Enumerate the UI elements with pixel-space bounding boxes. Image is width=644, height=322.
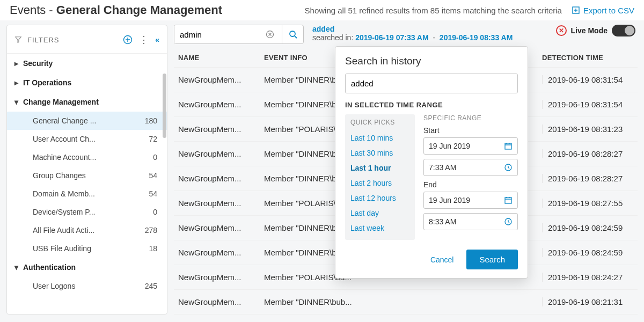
live-mode: ✕ Live Mode: [556, 25, 635, 36]
cell-name: NewGroupMem...: [178, 273, 264, 282]
export-icon: [572, 6, 580, 14]
tree-group-label: Security: [23, 59, 53, 68]
tree-sub-label: User Logons: [33, 282, 75, 290]
tree-sub-label: General Change ...: [33, 116, 96, 125]
tree-sub-item[interactable]: Domain & Memb...54: [7, 185, 167, 203]
range-from[interactable]: 2019-06-19 07:33 AM: [355, 33, 428, 42]
cell-name: NewGroupMem...: [178, 199, 264, 208]
quick-pick-option[interactable]: Last 12 hours: [350, 191, 409, 206]
range-to[interactable]: 2019-06-19 08:33 AM: [440, 33, 513, 42]
quick-pick-option[interactable]: Last 30 mins: [350, 145, 409, 160]
quick-pick-option[interactable]: Last week: [350, 221, 409, 236]
tree-sub-label: Machine Account...: [33, 153, 96, 162]
clock-icon: [504, 163, 513, 172]
cell-detection: 2019-06-19 08:27:55: [542, 199, 638, 208]
start-date-field[interactable]: 19 Jun 2019: [423, 137, 518, 155]
search-button[interactable]: [282, 25, 303, 43]
start-date: 19 Jun 2019: [429, 142, 470, 150]
th-detection[interactable]: DETECTION TIME: [542, 54, 638, 62]
tree-sub-item[interactable]: Machine Account...0: [7, 148, 167, 166]
cell-name: NewGroupMem...: [178, 174, 264, 183]
funnel-icon: [14, 36, 22, 43]
tree-group[interactable]: ▸IT Operations: [7, 73, 167, 92]
cell-detection: 2019-06-19 08:24:27: [542, 273, 638, 282]
topbar-right: Showing all 51 refined results from 85 i…: [305, 6, 634, 15]
tree-sub-item[interactable]: USB File Auditing18: [7, 239, 167, 258]
cell-name: NewGroupMem...: [178, 149, 264, 158]
end-time-field[interactable]: 8:33 AM: [423, 213, 518, 230]
tree-sub-count: 72: [149, 135, 157, 143]
tree-sub-label: Group Changes: [33, 171, 86, 180]
searched-in-prefix: searched in:: [312, 33, 353, 42]
calendar-icon: [504, 196, 513, 204]
chevron-down-icon: ▾: [14, 263, 19, 272]
end-date-field[interactable]: 19 Jun 2019: [423, 192, 518, 209]
tree-group-label: Change Management: [23, 98, 99, 106]
export-csv-button[interactable]: Export to CSV: [572, 6, 634, 15]
tree-group-label: IT Operations: [23, 78, 71, 87]
cell-detection: 2019-06-19 08:24:59: [542, 223, 638, 232]
tree-sub-item[interactable]: User Account Ch...72: [7, 130, 167, 148]
table-row[interactable]: NewGroupMem...Member "DINNER\bub...2019-…: [174, 290, 638, 314]
quick-pick-option[interactable]: Last 10 mins: [350, 130, 409, 145]
quick-pick-option[interactable]: Last day: [350, 206, 409, 221]
range-label: SPECIFIC RANGE: [423, 114, 518, 122]
tree-sub-item[interactable]: User Logons245: [7, 277, 167, 295]
cell-detection: 2019-06-19 08:28:27: [542, 149, 638, 158]
cell-detection: 2019-06-19 08:21:31: [542, 297, 638, 306]
chevron-right-icon: ▸: [14, 78, 19, 87]
filters-head: FILTERS ⋮ «: [7, 31, 167, 54]
tree-sub-item[interactable]: Group Changes54: [7, 166, 167, 185]
title-prefix: Events -: [10, 3, 56, 17]
search-term: added: [312, 25, 334, 33]
live-mode-label: Live Mode: [571, 26, 608, 35]
title-bold: General Change Management: [56, 3, 222, 17]
tree-sub-label: All File Audit Acti...: [33, 226, 94, 235]
tree-sub-count: 0: [153, 153, 157, 162]
quick-picks: QUICK PICKS Last 10 minsLast 30 minsLast…: [345, 114, 415, 240]
export-label: Export to CSV: [583, 6, 634, 15]
tree-sub-count: 0: [153, 208, 157, 216]
live-close-button[interactable]: ✕: [556, 25, 567, 36]
quick-pick-option[interactable]: Last 2 hours: [350, 175, 409, 191]
history-title: Search in history: [345, 55, 518, 67]
tree-group[interactable]: ▾Change Management: [7, 92, 167, 112]
th-name[interactable]: NAME: [178, 54, 264, 62]
live-toggle[interactable]: [612, 25, 635, 36]
start-time: 7:33 AM: [429, 163, 456, 172]
calendar-icon: [504, 142, 513, 150]
history-input[interactable]: [345, 74, 518, 93]
history-popover: Search in history IN SELECTED TIME RANGE…: [335, 46, 528, 279]
history-section: IN SELECTED TIME RANGE: [345, 101, 518, 109]
history-search-button[interactable]: Search: [466, 250, 518, 269]
more-icon[interactable]: ⋮: [139, 34, 149, 46]
cancel-button[interactable]: Cancel: [425, 251, 459, 268]
tree-sub-item[interactable]: Device/System P...0: [7, 203, 167, 221]
clock-icon: [504, 217, 513, 226]
cell-name: NewGroupMem...: [178, 248, 264, 257]
sidebar-scrollbar[interactable]: [163, 74, 166, 138]
search-input[interactable]: [174, 25, 266, 43]
topbar: Events - General Change Management Showi…: [0, 0, 644, 20]
tree-sub-count: 54: [149, 171, 157, 180]
tree-group[interactable]: ▾Authentication: [7, 258, 167, 277]
tree-sub-count: 180: [145, 116, 157, 125]
cell-name: NewGroupMem...: [178, 100, 264, 109]
collapse-icon[interactable]: «: [155, 35, 159, 44]
cell-detection: 2019-06-19 08:31:54: [542, 100, 638, 109]
svg-rect-4: [505, 143, 511, 149]
filters-sidebar: FILTERS ⋮ « ▸Security▸IT Operations▾Chan…: [6, 25, 167, 314]
quick-pick-option[interactable]: Last 1 hour: [350, 160, 409, 175]
cell-detection: 2019-06-19 08:31:23: [542, 125, 638, 134]
results-text: Showing all 51 refined results from 85 i…: [305, 6, 562, 15]
tree-sub-label: USB File Auditing: [33, 244, 91, 253]
svg-point-3: [290, 31, 295, 36]
clear-search-button[interactable]: [266, 30, 282, 39]
tree-sub-item[interactable]: General Change ...180: [7, 112, 167, 130]
filters-tree: ▸Security▸IT Operations▾Change Managemen…: [7, 54, 167, 295]
tree-group[interactable]: ▸Security: [7, 54, 167, 73]
add-filter-button[interactable]: [123, 35, 133, 45]
tree-sub-count: 278: [145, 226, 157, 235]
tree-sub-item[interactable]: All File Audit Acti...278: [7, 221, 167, 239]
start-time-field[interactable]: 7:33 AM: [423, 159, 518, 176]
